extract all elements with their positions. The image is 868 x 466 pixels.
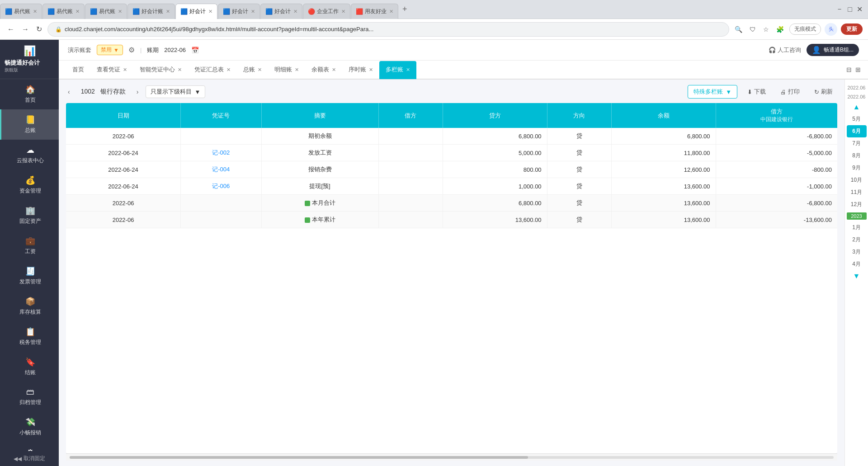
month-item-mar[interactable]: 3月: [847, 246, 867, 258]
month-item-aug[interactable]: 8月: [847, 150, 867, 162]
tab-close-6[interactable]: ✕: [251, 9, 255, 14]
gear-icon[interactable]: ⚙: [128, 46, 135, 54]
browser-tab-5[interactable]: 🟦 好会计 ✕: [175, 4, 217, 19]
sidebar-item-settings[interactable]: ⚙ 基础设置: [0, 442, 59, 451]
sidebar-item-tax[interactable]: 📋 税务管理: [0, 321, 59, 352]
browser-tab-3[interactable]: 🟦 易代账 ✕: [85, 4, 127, 19]
star-icon[interactable]: ☆: [761, 24, 771, 35]
prev-account-button[interactable]: ‹: [66, 86, 72, 97]
tab-sequential[interactable]: 序时账 ✕: [342, 61, 379, 79]
tab-close-summary[interactable]: ✕: [226, 67, 231, 73]
month-item-apr[interactable]: 4月: [847, 258, 867, 270]
month-down-arrow[interactable]: ▼: [851, 270, 862, 282]
browser-tab-8[interactable]: 🔴 企业工作 ✕: [303, 4, 350, 19]
sidebar-item-fixed-assets[interactable]: 🏢 固定资产: [0, 200, 59, 231]
voucher-link-002[interactable]: 记-002: [212, 149, 230, 156]
tab-close-detail[interactable]: ✕: [295, 67, 299, 73]
tab-close-7[interactable]: ✕: [293, 9, 297, 14]
browser-tab-6[interactable]: 🟦 好会计 ✕: [218, 4, 260, 19]
sidebar-item-payroll[interactable]: 💼 工资: [0, 231, 59, 261]
close-icon[interactable]: ✕: [857, 5, 863, 14]
sidebar-item-cloud-report[interactable]: ☁ 云报表中心: [0, 140, 59, 170]
sidebar-item-expense[interactable]: 💸 小畅报销: [0, 412, 59, 442]
tab-close-seq[interactable]: ✕: [369, 67, 373, 73]
sidebar-item-ledger[interactable]: 📒 总账: [0, 109, 59, 140]
tab-close-1[interactable]: ✕: [33, 9, 37, 14]
month-item-july[interactable]: 7月: [847, 137, 867, 150]
download-button[interactable]: ⬇ 下载: [743, 85, 770, 98]
tab-multi-column[interactable]: 多栏账 ✕: [379, 61, 416, 79]
browser-tab-7[interactable]: 🟦 好会计 ✕: [260, 4, 302, 19]
tab-home[interactable]: 首页: [66, 61, 90, 79]
cell-debit: [378, 145, 443, 161]
tab-close-general[interactable]: ✕: [258, 67, 262, 73]
maximize-icon[interactable]: □: [848, 5, 852, 14]
sidebar-item-funds[interactable]: 💰 资金管理: [0, 170, 59, 200]
horizontal-scrollbar[interactable]: [70, 456, 834, 459]
tab-general-ledger[interactable]: 总账 ✕: [237, 61, 268, 79]
expand-panel-icon[interactable]: ⊞: [855, 66, 861, 73]
address-bar[interactable]: 🔒 cloud2.chanjet.com/accounting/uh26t264…: [47, 22, 729, 37]
shield-icon[interactable]: 🛡: [748, 24, 758, 35]
bottom-scrollbar[interactable]: [66, 453, 837, 461]
month-item-feb[interactable]: 2月: [847, 234, 867, 246]
cell-debit: [378, 128, 443, 145]
tab-close-smart[interactable]: ✕: [178, 67, 182, 73]
month-item-jan[interactable]: 1月: [847, 221, 867, 234]
tab-close-multi[interactable]: ✕: [406, 67, 410, 73]
month-up-arrow[interactable]: ▲: [851, 101, 862, 113]
tab-close-3[interactable]: ✕: [118, 9, 122, 14]
sidebar-item-archive[interactable]: 🗃 归档管理: [0, 382, 59, 412]
tab-close-8[interactable]: ✕: [341, 9, 345, 14]
user-avatar-button[interactable]: 头: [825, 23, 837, 36]
tab-close-9[interactable]: ✕: [389, 9, 393, 14]
minimize-icon[interactable]: －: [836, 5, 843, 14]
demo-badge-selector[interactable]: 禁用 ▼: [97, 45, 123, 55]
user-info-button[interactable]: 👤 畅通通B组...: [807, 44, 859, 56]
sidebar-item-invoice[interactable]: 🧾 发票管理: [0, 261, 59, 291]
reload-button[interactable]: ↻: [34, 23, 44, 35]
tab-close-2[interactable]: ✕: [75, 9, 80, 14]
special-multi-column-button[interactable]: 特殊多栏账 ▼: [688, 85, 737, 99]
browser-tab-4[interactable]: 🟦 好会计账 ✕: [127, 4, 175, 19]
month-item-oct[interactable]: 10月: [847, 174, 867, 186]
browser-tab-9[interactable]: 🟥 用友好业 ✕: [351, 4, 398, 19]
tab-smart-voucher[interactable]: 智能凭证中心 ✕: [133, 61, 188, 79]
forward-button[interactable]: →: [20, 24, 31, 35]
next-account-button[interactable]: ›: [135, 86, 141, 97]
unfix-button[interactable]: ◀◀ 取消固定: [0, 451, 59, 466]
search-icon[interactable]: 🔍: [733, 24, 744, 35]
tab-balance[interactable]: 余额表 ✕: [305, 61, 342, 79]
browser-tab-2[interactable]: 🟦 易代账 ✕: [42, 4, 85, 19]
tab-view-voucher[interactable]: 查看凭证 ✕: [90, 61, 133, 79]
wuhen-mode-button[interactable]: 无痕模式: [789, 24, 821, 35]
print-button[interactable]: 🖨 打印: [776, 85, 804, 98]
extension-icon[interactable]: 🧩: [774, 24, 786, 35]
sidebar-item-inventory[interactable]: 📦 库存核算: [0, 291, 59, 321]
tab-close-4[interactable]: ✕: [166, 9, 170, 14]
sidebar-item-home[interactable]: 🏠 首页: [0, 79, 59, 109]
tab-close-view-voucher[interactable]: ✕: [123, 67, 127, 73]
month-item-dec[interactable]: 12月: [847, 198, 867, 211]
month-item-june[interactable]: 6月: [847, 125, 867, 137]
back-button[interactable]: ←: [5, 24, 16, 35]
voucher-link-006[interactable]: 记-006: [212, 183, 230, 189]
refresh-button[interactable]: ↻ 刷新: [810, 85, 837, 98]
collapse-panel-icon[interactable]: ⊟: [846, 66, 852, 73]
account-selector[interactable]: 1002 银行存款: [77, 86, 129, 98]
month-item-nov[interactable]: 11月: [847, 186, 867, 198]
month-item-may[interactable]: 5月: [847, 113, 867, 125]
subcategory-filter[interactable]: 只显示下级科目 ▼: [146, 85, 205, 98]
calendar-icon[interactable]: 📅: [191, 47, 199, 54]
consult-button[interactable]: 🎧 人工咨询: [769, 46, 801, 54]
tab-close-balance[interactable]: ✕: [332, 67, 336, 73]
tab-detail-ledger[interactable]: 明细账 ✕: [268, 61, 305, 79]
tab-voucher-summary[interactable]: 凭证汇总表 ✕: [188, 61, 237, 79]
browser-tab-1[interactable]: 🟦 易代账 ✕: [0, 4, 42, 19]
new-tab-button[interactable]: +: [399, 5, 411, 14]
update-button[interactable]: 更新: [841, 24, 863, 35]
tab-close-5[interactable]: ✕: [208, 9, 212, 14]
sidebar-item-close[interactable]: 🔖 结账: [0, 352, 59, 382]
voucher-link-004[interactable]: 记-004: [212, 166, 230, 173]
month-item-sep[interactable]: 9月: [847, 162, 867, 174]
